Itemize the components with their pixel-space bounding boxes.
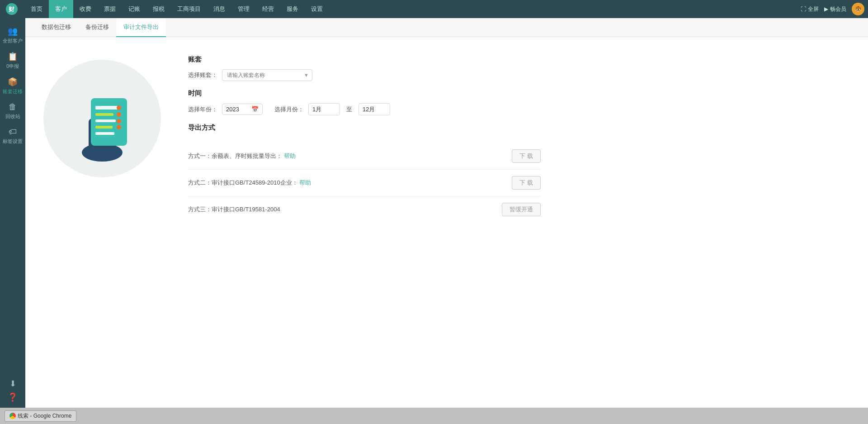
zero-report-icon: 📋: [8, 52, 18, 62]
method3-coming-soon-button[interactable]: 暂缓开通: [502, 203, 541, 216]
time-row: 选择年份： 📅 选择月份： 1月2月3月4月 5月6月7月8月 9月10月11月…: [188, 103, 541, 115]
top-navigation: 财 首页 客户 收费 票据 记账 报税 工商项目 消息 管理 经营 服务 设置 …: [0, 0, 868, 18]
nav-fee[interactable]: 收费: [73, 0, 98, 18]
svg-point-11: [117, 112, 121, 117]
sidebar: 👥 全部客户 📋 0申报 📦 账套迁移 🗑 回收站 🏷 标签设置 ⬇ ❓: [0, 18, 25, 408]
sidebar-label-all-clients: 全部客户: [3, 38, 23, 44]
sidebar-item-all-clients[interactable]: 👥 全部客户: [0, 23, 25, 48]
tab-bar: 数据包迁移 备份迁移 审计文件导出: [25, 18, 868, 37]
main-layout: 👥 全部客户 📋 0申报 📦 账套迁移 🗑 回收站 🏷 标签设置 ⬇ ❓ 数据包…: [0, 18, 868, 408]
illustration: [43, 60, 161, 177]
nav-menu: 首页 客户 收费 票据 记账 报税 工商项目 消息 管理 经营 服务 设置: [24, 0, 801, 18]
method2-download-button[interactable]: 下 载: [512, 176, 541, 190]
svg-rect-9: [95, 132, 114, 135]
method2-text-area: 方式二：审计接口GB/T24589-2010企业： 帮助: [188, 179, 311, 187]
year-input[interactable]: [226, 106, 249, 113]
page-content: 账套 选择账套： ▼ 时间 选择年份： 📅: [25, 37, 868, 408]
sidebar-item-migration[interactable]: 📦 账套迁移: [0, 73, 25, 99]
sidebar-help-icon[interactable]: ❓: [8, 392, 18, 402]
month-end-select[interactable]: 1月2月3月4月 5月6月7月8月 9月10月11月12月: [359, 103, 390, 115]
month-start-wrap: 1月2月3月4月 5月6月7月8月 9月10月11月12月: [308, 103, 340, 115]
fullscreen-icon: ⛶: [801, 6, 806, 12]
nav-business[interactable]: 工商项目: [171, 0, 207, 18]
month-label: 选择月份：: [274, 105, 304, 114]
export-section-title: 导出方式: [188, 124, 541, 132]
method1-help-link[interactable]: 帮助: [284, 152, 296, 159]
nav-accounting[interactable]: 记账: [122, 0, 146, 18]
to-label: 至: [344, 105, 354, 114]
nav-client[interactable]: 客户: [49, 0, 73, 18]
method1-text-area: 方式一：余额表、序时账批量导出： 帮助: [188, 152, 296, 160]
export-methods: 方式一：余额表、序时账批量导出： 帮助 下 载 方式二：审计接口GB/T2458…: [188, 143, 541, 223]
account-select-input[interactable]: [222, 69, 312, 81]
account-section-title: 账套: [188, 55, 541, 64]
method2-help-link[interactable]: 帮助: [299, 179, 311, 186]
sidebar-label-zero-report: 0申报: [6, 63, 19, 70]
nav-invoice[interactable]: 票据: [98, 0, 122, 18]
nav-right-area: ⛶ 全屏 ▶ 畅会员 🐯: [801, 3, 864, 15]
sidebar-label-migration: 账套迁移: [3, 88, 23, 95]
member-icon: ▶: [824, 6, 828, 12]
method3-row: 方式三：审计接口GB/T19581-2004 暂缓开通: [188, 196, 541, 223]
method3-text-area: 方式三：审计接口GB/T19581-2004: [188, 205, 280, 214]
export-container: 账套 选择账套： ▼ 时间 选择年份： 📅: [43, 51, 541, 223]
tab-audit-export[interactable]: 审计文件导出: [116, 18, 166, 37]
account-label: 选择账套：: [188, 71, 217, 79]
nav-settings[interactable]: 设置: [305, 0, 329, 18]
taskbar: 线索 - Google Chrome: [0, 408, 868, 424]
member-label: 畅会员: [830, 5, 846, 13]
sidebar-download-icon[interactable]: ⬇: [9, 379, 16, 389]
all-clients-icon: 👥: [8, 26, 18, 36]
sidebar-label-recycle: 回收站: [5, 113, 20, 120]
svg-rect-7: [95, 119, 116, 122]
sidebar-item-recycle[interactable]: 🗑 回收站: [0, 99, 25, 124]
nav-service[interactable]: 服务: [280, 0, 305, 18]
sidebar-label-tag-settings: 标签设置: [3, 138, 23, 145]
account-select-wrap: ▼: [222, 69, 312, 81]
recycle-icon: 🗑: [9, 102, 17, 112]
migration-icon: 📦: [8, 77, 18, 87]
member-button[interactable]: ▶ 畅会员: [824, 5, 846, 13]
tab-backup-migration[interactable]: 备份迁移: [78, 18, 116, 37]
tab-data-migration[interactable]: 数据包迁移: [34, 18, 78, 37]
nav-tax[interactable]: 报税: [146, 0, 171, 18]
year-input-wrap: 📅: [222, 104, 263, 115]
sidebar-item-tag-settings[interactable]: 🏷 标签设置: [0, 124, 25, 148]
month-end-wrap: 1月2月3月4月 5月6月7月8月 9月10月11月12月: [359, 103, 390, 115]
taskbar-item-label: 线索 - Google Chrome: [18, 412, 71, 420]
nav-message[interactable]: 消息: [207, 0, 231, 18]
method3-text: 方式三：审计接口GB/T19581-2004: [188, 206, 280, 213]
svg-rect-5: [95, 106, 118, 110]
year-label: 选择年份：: [188, 105, 217, 114]
svg-rect-6: [95, 113, 113, 116]
sidebar-item-zero-report[interactable]: 📋 0申报: [0, 48, 25, 73]
app-logo: 财: [4, 1, 20, 17]
sidebar-bottom: ⬇ ❓: [8, 379, 18, 408]
svg-point-12: [117, 119, 121, 124]
svg-rect-8: [95, 126, 113, 129]
nav-home[interactable]: 首页: [24, 0, 49, 18]
tag-icon: 🏷: [9, 127, 17, 137]
nav-operation[interactable]: 经营: [256, 0, 280, 18]
content-area: 数据包迁移 备份迁移 审计文件导出: [25, 18, 868, 408]
calendar-icon: 📅: [251, 106, 259, 113]
svg-point-10: [117, 105, 121, 110]
avatar[interactable]: 🐯: [852, 3, 864, 15]
month-start-select[interactable]: 1月2月3月4月 5月6月7月8月 9月10月11月12月: [308, 103, 340, 115]
form-area: 账套 选择账套： ▼ 时间 选择年份： 📅: [188, 51, 541, 223]
method1-download-button[interactable]: 下 载: [512, 149, 541, 163]
chrome-icon: [9, 413, 16, 419]
svg-text:财: 财: [8, 6, 15, 13]
method1-text: 方式一：余额表、序时账批量导出：: [188, 152, 282, 159]
method2-row: 方式二：审计接口GB/T24589-2010企业： 帮助 下 载: [188, 170, 541, 196]
method2-text: 方式二：审计接口GB/T24589-2010企业：: [188, 179, 298, 186]
fullscreen-label: 全屏: [808, 5, 819, 13]
account-row: 选择账套： ▼: [188, 69, 541, 81]
time-section-title: 时间: [188, 89, 541, 98]
nav-manage[interactable]: 管理: [231, 0, 256, 18]
fullscreen-button[interactable]: ⛶ 全屏: [801, 5, 819, 13]
method1-row: 方式一：余额表、序时账批量导出： 帮助 下 载: [188, 143, 541, 170]
taskbar-chrome-item[interactable]: 线索 - Google Chrome: [5, 410, 76, 422]
svg-point-13: [117, 125, 121, 129]
